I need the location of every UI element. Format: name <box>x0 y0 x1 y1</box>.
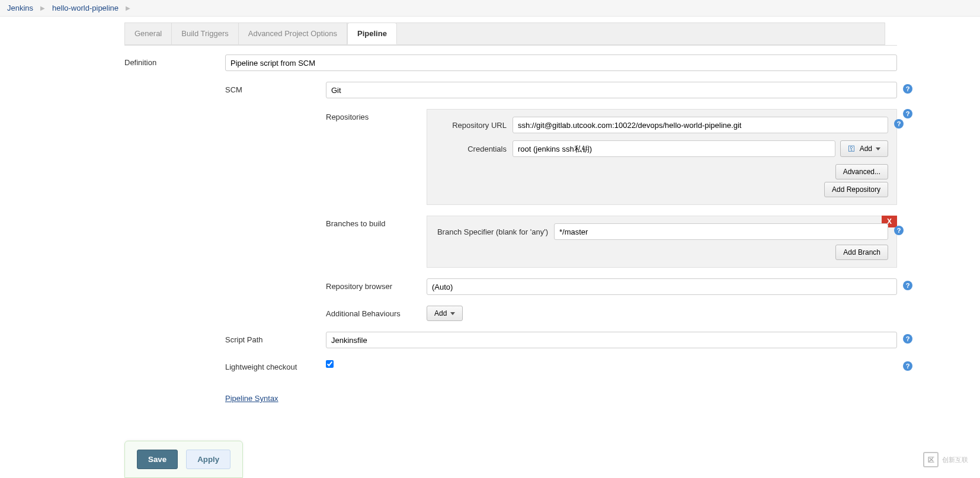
scm-select[interactable]: Git <box>326 82 897 98</box>
tab-build-triggers[interactable]: Build Triggers <box>172 23 238 44</box>
repo-url-input[interactable] <box>513 117 888 133</box>
additional-behaviours-label: Additional Behaviours <box>326 306 427 318</box>
breadcrumb-root[interactable]: Jenkins <box>7 4 33 12</box>
help-icon[interactable]: ? <box>903 361 912 371</box>
branches-label: Branches to build <box>326 216 427 228</box>
tab-advanced-project-options[interactable]: Advanced Project Options <box>239 23 347 44</box>
repo-browser-select[interactable]: (Auto) <box>427 278 897 295</box>
add-credentials-button[interactable]: Add <box>840 140 888 157</box>
key-icon <box>848 145 856 153</box>
tab-pipeline[interactable]: Pipeline <box>347 23 397 44</box>
advanced-button[interactable]: Advanced... <box>835 164 888 179</box>
lightweight-checkout-label: Lightweight checkout <box>225 359 326 371</box>
scm-label: SCM <box>225 82 326 94</box>
breadcrumb-job[interactable]: hello-world-pipeline <box>52 4 119 12</box>
chevron-right-icon: ▶ <box>126 5 130 11</box>
pipeline-config-form: Definition Pipeline script from SCM SCM … <box>124 46 980 426</box>
help-icon[interactable]: ? <box>903 84 912 94</box>
branch-specifier-input[interactable] <box>554 223 888 240</box>
definition-label: Definition <box>124 54 225 67</box>
pipeline-syntax-link[interactable]: Pipeline Syntax <box>225 394 278 403</box>
breadcrumb: Jenkins ▶ hello-world-pipeline ▶ <box>0 0 980 17</box>
script-path-label: Script Path <box>225 332 326 344</box>
credentials-label: Credentials <box>435 145 507 153</box>
add-branch-button[interactable]: Add Branch <box>835 245 888 260</box>
help-icon[interactable]: ? <box>894 119 904 129</box>
definition-select[interactable]: Pipeline script from SCM <box>225 54 897 71</box>
lightweight-checkout-checkbox[interactable] <box>326 360 334 368</box>
caret-down-icon <box>876 147 880 150</box>
add-repository-button[interactable]: Add Repository <box>824 182 888 197</box>
credentials-select[interactable]: root (jenkins ssh私钥) <box>513 140 835 157</box>
chevron-right-icon: ▶ <box>40 5 45 11</box>
config-tabs: General Build Triggers Advanced Project … <box>124 23 885 45</box>
help-icon[interactable]: ? <box>903 109 912 118</box>
caret-down-icon <box>450 312 455 315</box>
add-behaviour-button[interactable]: Add <box>427 306 463 321</box>
help-icon[interactable]: ? <box>903 334 912 344</box>
help-icon[interactable]: ? <box>903 281 912 290</box>
tab-general[interactable]: General <box>125 23 172 44</box>
help-icon[interactable]: ? <box>894 226 904 235</box>
repositories-panel: Repository URL ? Credentials root (jenki… <box>427 109 897 205</box>
repo-browser-label: Repository browser <box>326 278 427 291</box>
branch-specifier-label: Branch Specifier (blank for 'any') <box>435 227 548 236</box>
repositories-label: Repositories <box>326 109 427 121</box>
repo-url-label: Repository URL <box>435 121 507 130</box>
branches-panel: X Branch Specifier (blank for 'any') ? A… <box>427 216 897 268</box>
script-path-input[interactable] <box>326 332 897 348</box>
